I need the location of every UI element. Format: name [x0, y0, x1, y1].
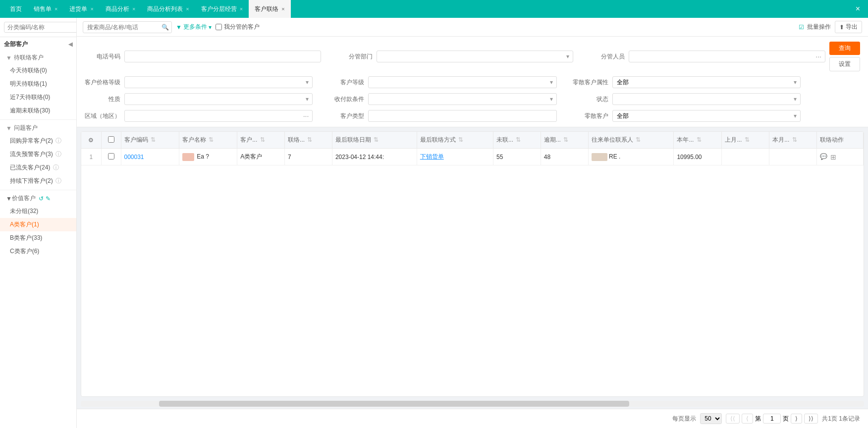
sort-date-icon[interactable]: ⇅ [374, 136, 379, 143]
close-window-button[interactable]: × [852, 4, 864, 13]
nav-product-analysis[interactable]: 商品分析 × [100, 0, 141, 18]
prev-page-button[interactable]: ⟨ [742, 414, 753, 424]
customer-type-input[interactable] [368, 110, 556, 122]
pending-group-header[interactable]: ▼ 待联络客户 [0, 52, 76, 64]
close-purchase-tab[interactable]: × [90, 6, 93, 12]
export-button[interactable]: ⬆ 导出 [835, 21, 862, 33]
last-page-button[interactable]: ⟩⟩ [804, 414, 818, 424]
sort-not-icon[interactable]: ⇅ [516, 136, 521, 143]
th-this-year[interactable]: 本年... ⇅ [674, 132, 722, 149]
th-this-month[interactable]: 本月... ⇅ [769, 132, 817, 149]
grid-icon[interactable]: ⊞ [830, 153, 836, 161]
th-overdue[interactable]: 逾期... ⇅ [541, 132, 588, 149]
th-last-contact-method[interactable]: 最后联络方式 ⇅ [417, 132, 493, 149]
phone-input[interactable] [124, 51, 321, 62]
sidebar-item-class-b[interactable]: B类客户(33) [0, 231, 76, 245]
th-contact-count[interactable]: 联络... ⇅ [285, 132, 332, 149]
th-not-contacted[interactable]: 未联... ⇅ [493, 132, 541, 149]
nav-customer-segment[interactable]: 客户分层经营 × [195, 0, 249, 18]
settings-button[interactable]: 设置 [829, 57, 860, 71]
retail-attr-select[interactable]: 全部 [612, 76, 801, 88]
retail-customer-select[interactable]: 全部 [612, 110, 801, 122]
nav-purchase[interactable]: 进货单 × [63, 0, 99, 18]
per-page-select[interactable]: 50 [700, 413, 722, 424]
sidebar-item-abnormal-repurchase[interactable]: 回购异常客户(2) ⓘ [0, 134, 76, 148]
status-select[interactable] [612, 93, 801, 105]
sidebar-search-input[interactable] [4, 22, 77, 33]
th-name[interactable]: 客户名称 ⇅ [179, 132, 237, 149]
page-input[interactable] [763, 414, 781, 424]
horizontal-scrollbar[interactable] [81, 401, 864, 407]
filter-search-input[interactable] [87, 24, 162, 31]
close-customer-segment-tab[interactable]: × [240, 6, 243, 12]
sort-name-icon[interactable]: ⇅ [209, 136, 214, 143]
settings-icon[interactable]: ⚙ [88, 137, 94, 144]
collapse-sidebar-icon[interactable]: ◀ [68, 41, 72, 48]
row-last-contact-method[interactable]: 下销货单 [417, 149, 493, 165]
sidebar-item-already-lost[interactable]: 已流失客户(24) ⓘ [0, 161, 76, 174]
sidebar-item-today-pending[interactable]: 今天待联络(0) [0, 64, 76, 77]
nav-home[interactable]: 首页 [4, 0, 28, 18]
all-customers-header[interactable]: 全部客户 ◀ [0, 37, 76, 52]
chat-icon[interactable]: 💬 [820, 153, 827, 161]
nav-sales[interactable]: 销售单 × [28, 0, 63, 18]
sort-contact-icon[interactable]: ⇅ [307, 136, 312, 143]
my-customer-checkbox[interactable]: 我分管的客户 [216, 23, 260, 31]
close-customer-contact-tab[interactable]: × [281, 6, 284, 12]
th-last-contact-date[interactable]: 最后联络日期 ⇅ [332, 132, 417, 149]
batch-ops-button[interactable]: ☑ 批量操作 [799, 23, 831, 31]
staff-input[interactable] [629, 51, 825, 62]
price-level-select[interactable] [124, 76, 313, 88]
th-last-month[interactable]: 上月... ⇅ [722, 132, 769, 149]
sort-year-icon[interactable]: ⇅ [697, 136, 702, 143]
sidebar-item-ungrouped[interactable]: 未分组(32) [0, 205, 76, 218]
table-settings-th[interactable]: ⚙ [81, 132, 101, 149]
payment-select[interactable] [368, 93, 556, 105]
close-product-analysis-tab[interactable]: × [132, 6, 135, 12]
filter-search-box[interactable]: 🔍 [83, 21, 172, 33]
more-filters-button[interactable]: ▼ 更多条件 ▾ [176, 23, 212, 31]
dept-select[interactable] [377, 51, 573, 62]
sidebar-item-7days-pending[interactable]: 近7天待联络(0) [0, 91, 76, 104]
customer-level-select[interactable] [368, 76, 556, 88]
th-contact-person[interactable]: 往来单位联系人 ⇅ [588, 132, 674, 149]
region-input[interactable] [124, 110, 313, 122]
sidebar-item-lost-warning[interactable]: 流失预警客户(3) ⓘ [0, 148, 76, 161]
region-dots-icon[interactable]: ··· [303, 112, 309, 120]
scrollbar-thumb[interactable] [159, 401, 629, 407]
value-group-header[interactable]: ▼ 价值客户 ↺ ✎ [0, 192, 76, 205]
row-checkbox[interactable] [108, 153, 114, 160]
nav-product-list[interactable]: 商品分析列表 × [141, 0, 195, 18]
last-contact-method-link[interactable]: 下销货单 [420, 153, 444, 160]
staff-dots-icon[interactable]: ··· [815, 53, 821, 60]
nav-customer-contact[interactable]: 客户联络 × [249, 0, 290, 18]
sort-lastmonth-icon[interactable]: ⇅ [745, 136, 750, 143]
sidebar-item-declining[interactable]: 持续下滑客户(2) ⓘ [0, 174, 76, 188]
th-customer-type[interactable]: 客户... ⇅ [237, 132, 285, 149]
problem-group-header[interactable]: ▼ 问题客户 [0, 122, 76, 134]
filter-search-icon[interactable]: 🔍 [162, 24, 169, 31]
sort-code-icon[interactable]: ⇅ [151, 136, 156, 143]
sidebar-item-class-a[interactable]: A类客户(1) [0, 218, 76, 231]
edit-icon[interactable]: ✎ [46, 195, 51, 202]
close-product-list-tab[interactable]: × [186, 6, 189, 12]
close-sales-tab[interactable]: × [54, 6, 57, 12]
select-all-checkbox[interactable] [108, 136, 114, 143]
sidebar-item-class-c[interactable]: C类客户(6) [0, 245, 76, 258]
next-page-button[interactable]: ⟩ [791, 414, 802, 424]
query-button[interactable]: 查询 [829, 42, 860, 55]
sort-person-icon[interactable]: ⇅ [636, 136, 641, 143]
sort-thismonth-icon[interactable]: ⇅ [792, 136, 797, 143]
my-customer-check[interactable] [216, 24, 222, 30]
th-code[interactable]: 客户编码 ⇅ [121, 132, 179, 149]
row-code[interactable]: 000031 [121, 149, 179, 165]
sidebar-item-tomorrow-pending[interactable]: 明天待联络(1) [0, 77, 76, 91]
first-page-button[interactable]: ⟨⟨ [726, 414, 740, 424]
nature-select[interactable] [124, 93, 313, 105]
sidebar-item-overdue-contact[interactable]: 逾期未联络(30) [0, 104, 76, 117]
filter-row-1: 电话号码 分管部门 分管人员 ··· [85, 42, 860, 71]
refresh-icon[interactable]: ↺ [39, 195, 44, 202]
sort-overdue-icon[interactable]: ⇅ [563, 136, 568, 143]
sort-method-icon[interactable]: ⇅ [458, 136, 463, 143]
sort-type-icon[interactable]: ⇅ [260, 136, 265, 143]
